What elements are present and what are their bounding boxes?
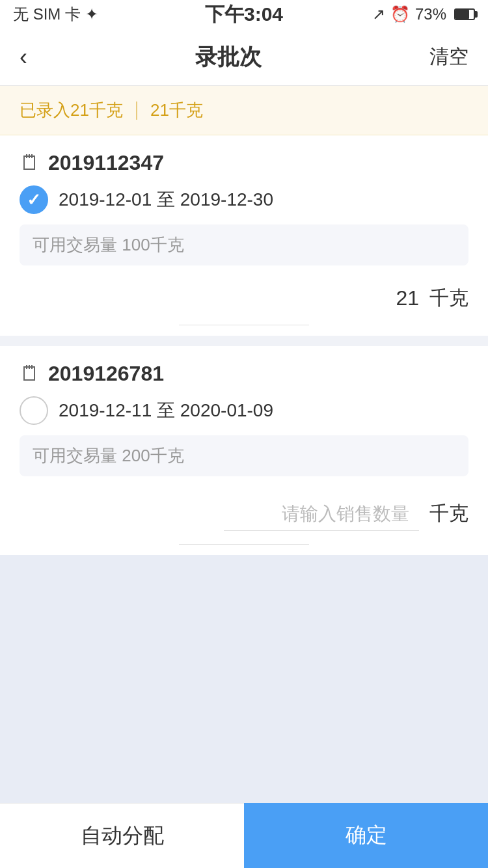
batch-card-2: 🗒 2019126781 2019-12-11 至 2020-01-09 可用交… — [0, 346, 488, 555]
auto-distribute-button[interactable]: 自动分配 — [0, 803, 244, 868]
page-title: 录批次 — [195, 42, 262, 72]
nav-bar: ‹ 录批次 清空 — [0, 29, 488, 86]
batch-1-number: 2019112347 — [48, 151, 164, 175]
batch-2-input-row: 千克 — [0, 489, 488, 544]
clear-button[interactable]: 清空 — [429, 44, 468, 70]
batch-2-number: 2019126781 — [48, 362, 164, 386]
status-time: 下午3:04 — [205, 1, 283, 28]
recorded-amount-label: 已录入21千克 — [20, 99, 123, 122]
back-button[interactable]: ‹ — [20, 44, 27, 71]
batch-1-header: 🗒 2019112347 — [0, 135, 488, 180]
batch-1-unit: 千克 — [429, 285, 468, 312]
batch-2-icon: 🗒 — [20, 362, 40, 386]
batch-2-unit: 千克 — [429, 500, 468, 527]
batch-1-radio[interactable] — [20, 185, 48, 214]
batch-1-value-row: 21 千克 — [0, 278, 488, 325]
status-left: 无 SIM 卡 ✦ — [13, 4, 98, 25]
batch-card-1: 🗒 2019112347 2019-12-01 至 2019-12-30 可用交… — [0, 135, 488, 336]
status-right: ↗ ⏰ 73% — [372, 5, 475, 23]
batch-2-row[interactable]: 2019-12-11 至 2020-01-09 — [0, 391, 488, 430]
alarm-icon: ⏰ — [390, 5, 410, 23]
info-banner: 已录入21千克 21千克 — [0, 86, 488, 135]
sim-label: 无 SIM 卡 ✦ — [13, 4, 98, 25]
section-divider-1 — [0, 336, 488, 346]
amount-value: 21千克 — [150, 99, 203, 122]
batch-1-value: 21 — [396, 286, 419, 310]
batch-2-avail-text: 可用交易量 200千克 — [33, 446, 184, 465]
batch-2-date: 2019-12-11 至 2020-01-09 — [59, 398, 273, 423]
batch-2-header: 🗒 2019126781 — [0, 346, 488, 391]
batch-1-row[interactable]: 2019-12-01 至 2019-12-30 — [0, 180, 488, 219]
batch-2-quantity-input[interactable] — [224, 496, 419, 531]
confirm-button[interactable]: 确定 — [244, 803, 488, 868]
empty-area — [0, 555, 488, 841]
battery-icon — [454, 8, 475, 20]
bottom-bar: 自动分配 确定 — [0, 803, 488, 868]
status-bar: 无 SIM 卡 ✦ 下午3:04 ↗ ⏰ 73% — [0, 0, 488, 29]
batch-1-date: 2019-12-01 至 2019-12-30 — [59, 187, 273, 212]
battery-label: 73% — [415, 5, 446, 23]
banner-divider — [136, 102, 137, 120]
batch-1-avail-text: 可用交易量 100千克 — [33, 235, 184, 254]
batch-2-radio[interactable] — [20, 396, 48, 425]
batch-2-avail: 可用交易量 200千克 — [20, 435, 468, 476]
batch-1-icon: 🗒 — [20, 151, 40, 175]
batch-1-avail: 可用交易量 100千克 — [20, 224, 468, 265]
location-icon: ↗ — [372, 5, 385, 23]
